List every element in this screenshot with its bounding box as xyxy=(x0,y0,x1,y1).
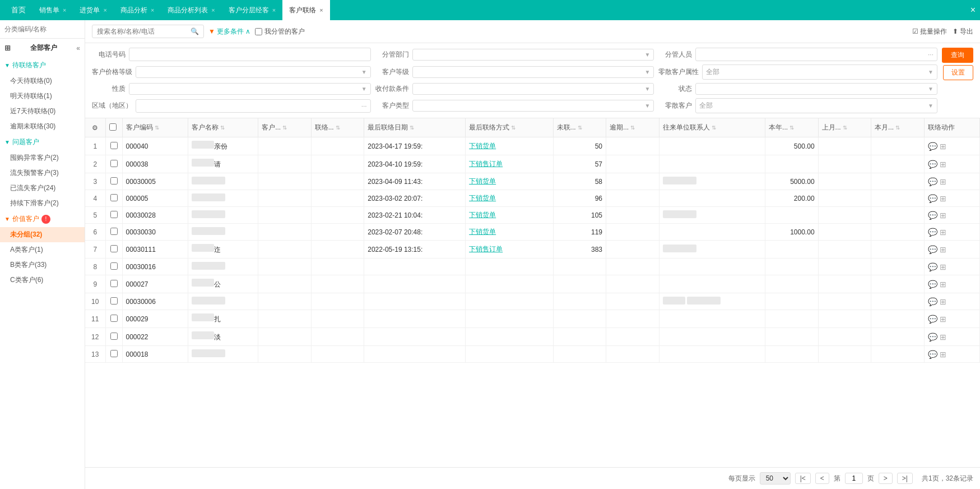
search-box[interactable]: 🔍 xyxy=(92,25,204,38)
row-checkbox-cell[interactable] xyxy=(105,328,122,346)
select-all-checkbox[interactable] xyxy=(109,123,117,131)
sort-date-icon[interactable]: ⇅ xyxy=(410,124,414,131)
table-settings-th[interactable]: ⚙ xyxy=(85,118,105,137)
nav-tab-analysis[interactable]: 商品分析 × xyxy=(114,0,161,20)
chat-icon[interactable]: 💬 xyxy=(928,297,937,306)
chat-icon[interactable]: 💬 xyxy=(928,211,937,220)
sidebar-item-churn-warning[interactable]: 流失预警客户(3) xyxy=(0,165,85,181)
contact-type-link[interactable]: 下销货单 xyxy=(469,228,496,236)
person-select[interactable]: ··· xyxy=(695,48,937,61)
more-action-icon[interactable]: ⊞ xyxy=(940,142,946,151)
next-page-btn[interactable]: > xyxy=(879,473,893,484)
nav-tab-sales[interactable]: 销售单 × xyxy=(32,0,73,20)
row-checkbox-cell[interactable] xyxy=(105,259,122,275)
query-button[interactable]: 查询 xyxy=(942,48,973,63)
more-conditions-btn[interactable]: ▼ 更多条件 ∧ xyxy=(208,27,250,36)
nav-tab-customer-contact[interactable]: 客户联络 × xyxy=(282,0,329,20)
sidebar-item-c-class[interactable]: C类客户(6) xyxy=(0,273,85,288)
nav-tab-customer-tier[interactable]: 客户分层经客 × xyxy=(222,0,282,20)
more-action-icon[interactable]: ⊞ xyxy=(940,211,946,220)
row-checkbox[interactable] xyxy=(110,280,118,287)
sort-type-icon[interactable]: ⇅ xyxy=(282,124,287,131)
row-checkbox[interactable] xyxy=(110,315,118,322)
page-input[interactable] xyxy=(845,473,863,484)
more-action-icon[interactable]: ⊞ xyxy=(940,350,946,359)
row-checkbox-cell[interactable] xyxy=(105,155,122,173)
chat-icon[interactable]: 💬 xyxy=(928,333,937,342)
region-dots-icon[interactable]: ··· xyxy=(361,102,367,110)
chat-icon[interactable]: 💬 xyxy=(928,245,937,254)
more-action-icon[interactable]: ⊞ xyxy=(940,297,946,306)
batch-op-btn[interactable]: ☑ 批量操作 xyxy=(912,27,947,36)
nav-tab-purchase[interactable]: 进货单 × xyxy=(73,0,113,20)
dept-select[interactable]: ▼ xyxy=(412,49,654,61)
contact-type-link[interactable]: 下销售订单 xyxy=(469,160,503,168)
sidebar-item-abnormal[interactable]: 囤购异常客户(2) xyxy=(0,150,85,165)
sort-year-icon[interactable]: ⇅ xyxy=(789,124,794,131)
row-checkbox[interactable] xyxy=(110,245,118,252)
region-select[interactable]: ··· xyxy=(136,99,371,113)
nature-select[interactable]: ▼ xyxy=(129,83,371,95)
row-checkbox[interactable] xyxy=(110,262,118,270)
contact-type-link[interactable]: 下销货单 xyxy=(469,177,496,185)
sidebar-item-today-pending[interactable]: 今天待联络(0) xyxy=(0,73,85,89)
row-checkbox[interactable] xyxy=(110,350,118,357)
sidebar-search-input[interactable] xyxy=(4,25,85,33)
table-checkbox-th[interactable] xyxy=(105,118,122,137)
row-checkbox-cell[interactable] xyxy=(105,346,122,363)
sidebar-item-declining[interactable]: 持续下滑客户(2) xyxy=(0,196,85,211)
chat-icon[interactable]: 💬 xyxy=(928,350,937,359)
my-customers-check[interactable] xyxy=(255,28,262,35)
retail-attr-select[interactable]: 全部 ▼ xyxy=(702,64,937,80)
sidebar-search-box[interactable]: 🔍 xyxy=(0,20,85,39)
row-checkbox[interactable] xyxy=(110,228,118,235)
more-action-icon[interactable]: ⊞ xyxy=(940,245,946,254)
row-checkbox[interactable] xyxy=(110,142,118,149)
page-size-select[interactable]: 50 100 200 xyxy=(760,472,791,485)
sidebar-item-b-class[interactable]: B类客户(33) xyxy=(0,257,85,273)
sort-no-contact-icon[interactable]: ⇅ xyxy=(578,124,582,131)
chat-icon[interactable]: 💬 xyxy=(928,194,937,203)
chat-icon[interactable]: 💬 xyxy=(928,177,937,186)
close-customer-tier-tab-icon[interactable]: × xyxy=(272,7,276,13)
sort-type2-icon[interactable]: ⇅ xyxy=(511,124,515,131)
last-page-btn[interactable]: >| xyxy=(897,473,913,484)
sidebar-item-tomorrow-pending[interactable]: 明天待联络(1) xyxy=(0,89,85,104)
customer-type-select[interactable]: ▼ xyxy=(412,100,654,112)
my-customers-checkbox[interactable]: 我分管的客户 xyxy=(255,27,305,36)
contact-type-link[interactable]: 下销货单 xyxy=(469,194,496,202)
collapse-sidebar-icon[interactable]: « xyxy=(76,44,80,52)
nav-home[interactable]: 首页 xyxy=(4,0,32,20)
row-checkbox[interactable] xyxy=(110,177,118,184)
price-level-select[interactable]: ▼ xyxy=(136,66,371,78)
row-checkbox-cell[interactable] xyxy=(105,275,122,293)
sidebar-group-pending[interactable]: ▼ 待联络客户 xyxy=(0,57,85,73)
more-action-icon[interactable]: ⊞ xyxy=(940,228,946,237)
row-checkbox-cell[interactable] xyxy=(105,190,122,207)
row-checkbox[interactable] xyxy=(110,297,118,305)
row-checkbox-cell[interactable] xyxy=(105,173,122,190)
nav-tab-analysis-list[interactable]: 商品分析列表 × xyxy=(161,0,221,20)
chat-icon[interactable]: 💬 xyxy=(928,142,937,151)
first-page-btn[interactable]: |< xyxy=(795,473,811,484)
close-purchase-tab-icon[interactable]: × xyxy=(103,7,106,13)
row-checkbox-cell[interactable] xyxy=(105,224,122,241)
prev-page-btn[interactable]: < xyxy=(815,473,829,484)
more-action-icon[interactable]: ⊞ xyxy=(940,194,946,203)
row-checkbox-cell[interactable] xyxy=(105,137,122,155)
close-analysis-tab-icon[interactable]: × xyxy=(151,7,154,13)
sort-contact-icon[interactable]: ⇅ xyxy=(336,124,340,131)
chat-icon[interactable]: 💬 xyxy=(928,262,937,271)
more-action-icon[interactable]: ⊞ xyxy=(940,333,946,342)
phone-input[interactable] xyxy=(129,48,371,61)
sidebar-item-overdue-pending[interactable]: 逾期未联络(30) xyxy=(0,119,85,134)
retail-customer-select[interactable]: 全部 ▼ xyxy=(695,98,937,113)
sort-name-icon[interactable]: ⇅ xyxy=(220,124,225,131)
more-action-icon[interactable]: ⊞ xyxy=(940,315,946,324)
sort-last-month-icon[interactable]: ⇅ xyxy=(843,124,847,131)
sidebar-item-a-class[interactable]: A类客户(1) xyxy=(0,242,85,257)
row-checkbox[interactable] xyxy=(110,160,118,167)
contact-type-link[interactable]: 下销货单 xyxy=(469,142,496,150)
close-all-tabs-icon[interactable]: × xyxy=(970,5,976,15)
export-btn[interactable]: ⬆ 导出 xyxy=(953,27,973,36)
